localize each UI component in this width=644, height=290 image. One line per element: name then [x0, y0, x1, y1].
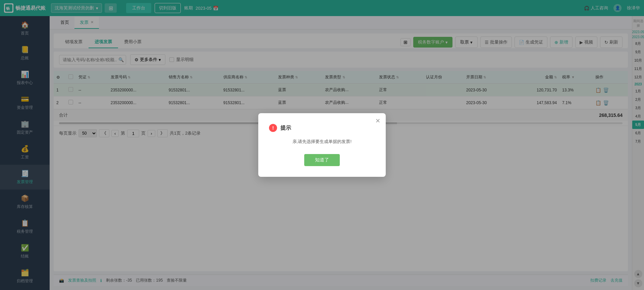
confirm-button[interactable]: 知道了	[304, 154, 340, 166]
modal-box: ✕ ! 提示 亲,请先选择要生成单据的发票! 知道了	[258, 113, 386, 177]
modal-title: ! 提示	[269, 124, 375, 132]
modal-footer: 知道了	[269, 154, 375, 166]
warning-icon: !	[269, 124, 277, 132]
modal-title-text: 提示	[280, 125, 291, 132]
modal-message: 亲,请先选择要生成单据的发票!	[269, 139, 375, 145]
modal-close-button[interactable]: ✕	[375, 117, 380, 125]
modal-overlay: ✕ ! 提示 亲,请先选择要生成单据的发票! 知道了	[0, 0, 644, 290]
